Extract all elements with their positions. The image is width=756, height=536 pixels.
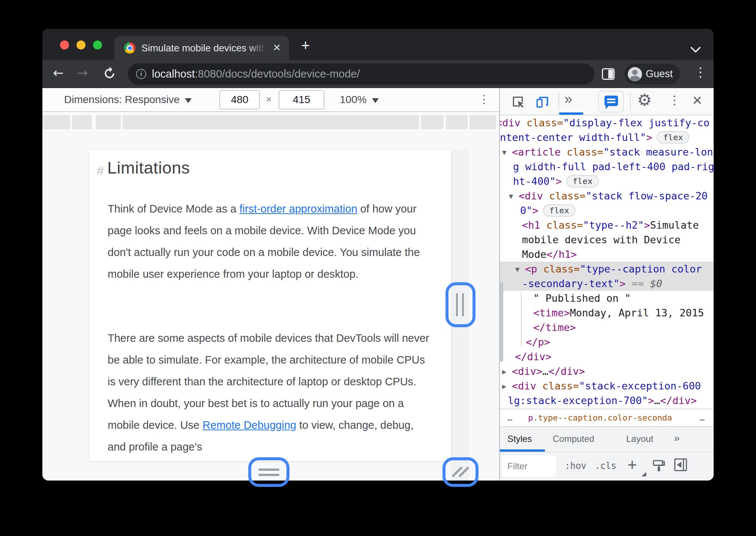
- tab-styles[interactable]: Styles: [507, 434, 532, 444]
- code-token: </div>: [549, 365, 585, 377]
- paragraph: There are some aspects of mobile devices…: [108, 327, 432, 458]
- dom-tree-row[interactable]: </time>: [500, 320, 714, 335]
- titlebar: Simulate mobile devices with D ✕ +: [42, 29, 714, 60]
- tab-computed[interactable]: Computed: [553, 434, 594, 444]
- tree-expand-icon[interactable]: ▼: [509, 189, 519, 204]
- flex-badge[interactable]: flex: [566, 175, 599, 187]
- text-link[interactable]: Remote Debugging: [202, 419, 296, 431]
- address-bar[interactable]: i localhost:8080/docs/devtools/device-mo…: [128, 63, 594, 85]
- minimize-window-button[interactable]: [76, 40, 86, 49]
- tab-search-chevron-icon[interactable]: [692, 43, 700, 51]
- tab-close-icon[interactable]: ✕: [273, 42, 281, 54]
- breadcrumb-overflow-right[interactable]: …: [700, 413, 705, 422]
- breadcrumb-node[interactable]: p.type--caption.color-seconda: [528, 413, 672, 422]
- viewport-width-input[interactable]: [219, 90, 260, 109]
- console-drawer-button[interactable]: [598, 91, 624, 112]
- navbar: ← → i localhost:8080/docs/devtools/devic…: [42, 60, 714, 88]
- flex-badge[interactable]: flex: [657, 131, 689, 144]
- breadcrumb-overflow-left[interactable]: …: [507, 413, 513, 422]
- new-style-rule-button[interactable]: +: [627, 455, 637, 474]
- rendering-paint-icon[interactable]: [652, 458, 666, 475]
- close-window-button[interactable]: [60, 40, 69, 49]
- dom-tree-row[interactable]: ▼<div class="stack flow-space-20: [500, 189, 714, 203]
- dom-tree-row[interactable]: <h1 class="type--h2">Simulate: [500, 218, 714, 232]
- tab-layout[interactable]: Layout: [626, 434, 653, 444]
- heading-anchor-hash[interactable]: #: [97, 163, 104, 178]
- dom-tree-row[interactable]: 0">flex: [500, 203, 714, 218]
- dom-tree-row[interactable]: ntent-center width-full">flex: [500, 130, 714, 145]
- fullscreen-window-button[interactable]: [93, 40, 102, 49]
- browser-window: Simulate mobile devices with D ✕ + ← → i…: [42, 29, 714, 481]
- more-panels-icon[interactable]: »: [564, 91, 572, 107]
- toggle-sidebar-icon[interactable]: [674, 458, 687, 471]
- tree-expand-icon[interactable]: ▶: [502, 379, 512, 394]
- dom-tree-row[interactable]: ▶<div>…</div>: [500, 364, 714, 379]
- dom-tree-row[interactable]: ht-400">flex: [500, 174, 714, 189]
- dom-tree-row[interactable]: lg:stack-exception-700">…</div>: [500, 393, 714, 408]
- media-query-segment[interactable]: [96, 115, 121, 129]
- viewport-resize-handle-bottom[interactable]: [251, 460, 286, 484]
- code-token: class=: [567, 146, 603, 158]
- inspect-element-icon[interactable]: [510, 94, 525, 111]
- media-query-segment[interactable]: [72, 115, 92, 129]
- viewport-height-input[interactable]: [279, 90, 324, 109]
- reload-button[interactable]: [102, 66, 117, 82]
- annotation-ring-right-resize: [446, 282, 476, 327]
- forward-button[interactable]: →: [77, 65, 88, 80]
- side-panel-icon[interactable]: [602, 68, 615, 80]
- devtools-menu-button[interactable]: ⋮: [669, 93, 681, 107]
- dom-tree-row[interactable]: <time>Monday, April 13, 2015: [500, 305, 714, 320]
- code-token: >: [646, 132, 652, 143]
- code-token: class=: [526, 117, 563, 129]
- tree-expand-icon[interactable]: ▼: [515, 262, 525, 277]
- dom-tree-row[interactable]: ▶<div class="stack-exception-600: [500, 379, 714, 393]
- more-tabs-icon[interactable]: »: [674, 432, 680, 444]
- dom-tree-row[interactable]: " Published on ": [500, 291, 714, 305]
- dom-tree-row[interactable]: g width-full pad-left-400 pad-rig: [500, 159, 714, 174]
- viewport-resize-handle-corner[interactable]: [446, 460, 476, 484]
- site-info-icon[interactable]: i: [136, 69, 146, 79]
- flex-badge[interactable]: flex: [543, 204, 576, 217]
- dom-tree-row[interactable]: ▼<article class="stack measure-lon: [500, 145, 714, 159]
- code-token: </time>: [533, 322, 576, 333]
- back-button[interactable]: ←: [53, 65, 64, 80]
- toggle-class-button[interactable]: .cls: [595, 461, 616, 471]
- code-token: Monday, April 13, 2015: [570, 307, 704, 319]
- viewport-resize-handle-right[interactable]: [448, 285, 472, 324]
- device-toolbar-toggle-icon[interactable]: [534, 93, 551, 111]
- code-token: >: [644, 219, 650, 231]
- text-run: There are some aspects of mobile devices…: [108, 332, 429, 431]
- media-query-segment[interactable]: [446, 115, 468, 129]
- dom-tree-row[interactable]: Mode</h1>: [500, 247, 714, 262]
- browser-menu-button[interactable]: ⋮: [694, 64, 707, 79]
- new-tab-button[interactable]: +: [301, 38, 310, 53]
- dom-tree-row[interactable]: </p>: [500, 335, 714, 349]
- tree-expand-icon[interactable]: ▼: [502, 145, 512, 160]
- profile-button[interactable]: Guest: [624, 64, 680, 84]
- media-query-segment[interactable]: [470, 115, 496, 129]
- toggle-hover-state-button[interactable]: :hov: [565, 461, 586, 471]
- annotation-ring-corner-resize: [442, 457, 478, 487]
- dom-tree-row[interactable]: </div>: [500, 349, 714, 364]
- browser-tab[interactable]: Simulate mobile devices with D ✕: [114, 36, 289, 60]
- zoom-select[interactable]: 100%: [340, 94, 379, 106]
- dimensions-select[interactable]: Dimensions: Responsive: [64, 94, 192, 106]
- page-scrollbar[interactable]: [500, 282, 503, 362]
- media-query-segment[interactable]: [123, 115, 419, 129]
- styles-filter-input[interactable]: [502, 455, 556, 477]
- dom-tree-row[interactable]: -secondary-text"> == $0: [500, 276, 714, 291]
- simulated-page: # Limitations Think of Device Mode as a …: [42, 130, 499, 481]
- dom-tree-row[interactable]: mobile devices with Device: [500, 232, 714, 247]
- media-query-segment[interactable]: [421, 115, 444, 129]
- media-query-segment[interactable]: [42, 115, 70, 129]
- settings-gear-icon[interactable]: ⚙: [637, 90, 652, 109]
- dom-tree-row[interactable]: <div class="display-flex justify-co: [500, 115, 714, 130]
- tree-expand-icon[interactable]: ▶: [502, 364, 512, 379]
- code-token: <p: [525, 263, 543, 275]
- devtools-close-icon[interactable]: ✕: [692, 93, 703, 108]
- device-toolbar-menu-button[interactable]: ⋮: [478, 93, 490, 106]
- dom-tree-row[interactable]: ▼<p class="type--caption color: [500, 262, 714, 276]
- code-token: "stack measure-lon: [603, 146, 713, 158]
- text-link[interactable]: first-order approximation: [239, 203, 357, 215]
- dimensions-label: Dimensions: Responsive: [64, 94, 180, 105]
